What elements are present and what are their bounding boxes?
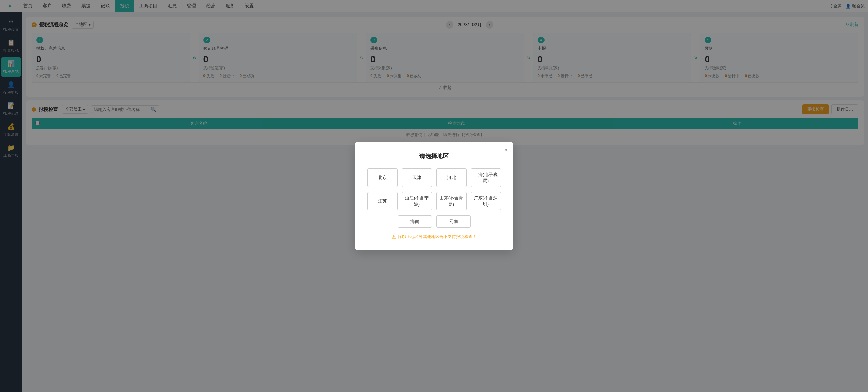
modal-title: 请选择地区 [367,152,501,160]
warning-icon: ⚠ [391,234,396,240]
region-btn-jiangsu[interactable]: 江苏 [367,192,398,210]
region-btn-shandong[interactable]: 山东(不含青岛) [436,192,467,210]
region-btn-yunnan[interactable]: 云南 [436,215,471,228]
region-grid-row3: 海南 云南 [367,215,501,228]
region-btn-guangdong[interactable]: 广东(不含深圳) [471,192,501,210]
region-btn-tianjin[interactable]: 天津 [402,168,432,187]
region-btn-shanghai[interactable]: 上海(电子税局) [471,168,501,187]
region-grid-row1: 北京 天津 河北 上海(电子税局) [367,168,501,187]
modal-overlay[interactable]: × 请选择地区 北京 天津 河北 上海(电子税局) 江苏 浙江(不含宁波) 山东… [0,0,868,392]
region-btn-hainan[interactable]: 海南 [398,215,432,228]
modal-close-button[interactable]: × [504,147,508,154]
region-btn-beijing[interactable]: 北京 [367,168,398,187]
region-select-modal: × 请选择地区 北京 天津 河北 上海(电子税局) 江苏 浙江(不含宁波) 山东… [355,142,513,250]
modal-warning: ⚠ 除以上地区外其他地区暂不支持报税检查！ [367,234,501,240]
region-btn-zhejiang[interactable]: 浙江(不含宁波) [402,192,432,210]
region-grid-row2: 江苏 浙江(不含宁波) 山东(不含青岛) 广东(不含深圳) [367,192,501,210]
region-btn-hebei[interactable]: 河北 [436,168,467,187]
